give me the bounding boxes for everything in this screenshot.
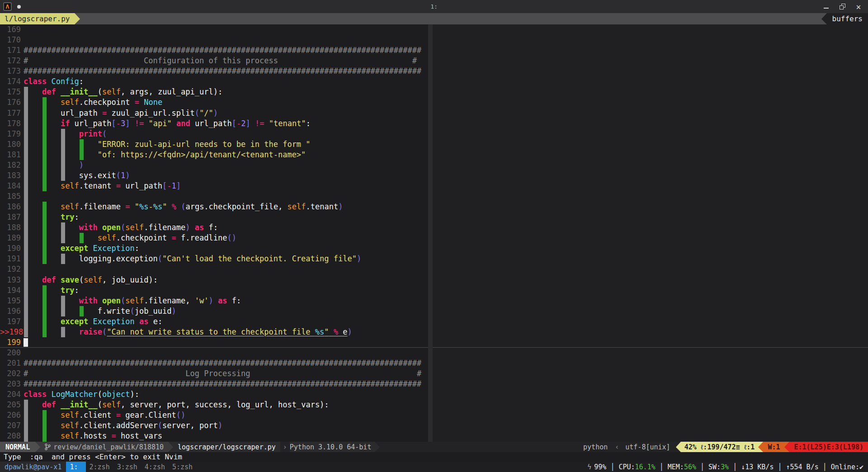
window-separator[interactable]: [428, 24, 433, 442]
code-line: 169: [0, 24, 428, 35]
code-text: ########################################…: [24, 66, 421, 76]
line-number: 204: [0, 389, 24, 400]
tmux-window-list: 1: 2:zsh 3:zsh 4:zsh 5:zsh: [66, 462, 196, 472]
line-number: 195: [0, 296, 24, 306]
code-text: with open(self.filename) as f:: [24, 222, 218, 233]
code-line: 170: [0, 35, 428, 45]
code-line: 207 self.client.addServer(server, port): [0, 420, 428, 431]
code-line: 186 self.filename = "%s-%s" % (args.chec…: [0, 202, 428, 212]
code-line: 203#####################################…: [0, 379, 428, 389]
powerline-separator: [35, 442, 40, 452]
git-branch: review/daniel_pawlik/818810: [40, 442, 168, 452]
window-controls: ×: [823, 4, 868, 10]
mem-value: 56%: [684, 463, 696, 471]
code-line: 190 except Exception:: [0, 243, 428, 254]
python-interpreter: Python 3.10.0 64-bit: [290, 442, 375, 452]
code-text: print(: [24, 129, 107, 139]
swap-label: SW:: [708, 463, 721, 471]
code-line: 191 logging.exception("Can't load the ch…: [0, 254, 428, 264]
online-check-icon: ✔: [859, 463, 863, 471]
code-pane[interactable]: 169170171###############################…: [0, 24, 428, 442]
code-text: "ERROR: zuul-api-url needs to be in the …: [24, 139, 311, 150]
code-line: 189 self.checkpoint = f.readline(): [0, 233, 428, 243]
code-text: if url_path[-3] != "api" and url_path[-2…: [24, 118, 311, 129]
line-number: 186: [0, 202, 24, 212]
code-line: 205 def __init__(self, server, port, suc…: [0, 400, 428, 410]
tmux-session-host: dpawlik@pav-x1: [0, 462, 66, 472]
close-button[interactable]: ×: [855, 4, 862, 10]
line-number: 174: [0, 76, 24, 87]
tmux-statusbar: dpawlik@pav-x1 1: 2:zsh 3:zsh 4:zsh 5:zs…: [0, 462, 868, 472]
code-line: 193 def save(self, job_uuid):: [0, 275, 428, 285]
upload-rate: ↑554 B/s: [786, 463, 818, 471]
empty-pane[interactable]: [433, 24, 868, 442]
line-number: 200: [0, 348, 24, 358]
line-number: 203: [0, 379, 24, 389]
code-text: self.tenant = url_path[-1]: [24, 181, 181, 191]
battery-icon: ϟ: [587, 463, 594, 471]
line-number: 184: [0, 181, 24, 191]
line-number: 173: [0, 66, 24, 76]
thin-separator-icon: ‹: [612, 442, 622, 452]
tabline-filler: [80, 13, 821, 24]
code-line: 173#####################################…: [0, 66, 428, 76]
tmux-window-3[interactable]: 3:zsh: [113, 462, 141, 472]
code-line: 180 "ERROR: zuul-api-url needs to be in …: [0, 139, 428, 150]
tmux-window-1[interactable]: 1:: [66, 462, 85, 472]
tmux-window-4[interactable]: 4:zsh: [141, 462, 169, 472]
code-text: f.write(job_uuid): [24, 306, 176, 316]
file-path: logscraper/logscraper.py: [173, 442, 280, 452]
code-line: 196 f.write(job_uuid): [0, 306, 428, 316]
code-line: 192: [0, 264, 428, 274]
cursorline-rule-right: [433, 347, 868, 348]
line-number: >>198: [0, 327, 24, 337]
line-number: 208: [0, 431, 24, 441]
line-number: 175: [0, 87, 24, 97]
cpu-label: CPU:: [618, 463, 635, 471]
stat-divider: │: [656, 463, 668, 471]
vim-tabline: l/logscraper.py buffers: [0, 13, 868, 24]
line-number: 192: [0, 264, 24, 274]
code-line: 188 with open(self.filename) as f:: [0, 222, 428, 233]
buffers-label: buffers: [827, 13, 868, 24]
tmux-window-2[interactable]: 2:zsh: [86, 462, 113, 472]
editor-area: 169170171###############################…: [0, 24, 868, 442]
git-branch-name: review/daniel_pawlik/818810: [53, 443, 164, 451]
line-number: 201: [0, 358, 24, 368]
window-titlebar: Λ 1: ×: [0, 0, 868, 13]
code-line: 208 self.hosts = host_vars: [0, 431, 428, 441]
code-line: 183 sys.exit(1): [0, 170, 428, 181]
tmux-window-5[interactable]: 5:zsh: [169, 462, 196, 472]
line-number: 188: [0, 222, 24, 233]
restore-button[interactable]: [839, 4, 845, 10]
code-text: # Log Processing #: [24, 368, 421, 379]
code-text: # Configuration of this process #: [24, 56, 417, 66]
code-text: class LogMatcher(object):: [24, 389, 139, 400]
code-line: 206 self.client = gear.Client(): [0, 410, 428, 420]
code-line: 177 url_path = zuul_api_url.split("/"): [0, 108, 428, 118]
powerline-separator: [168, 442, 173, 452]
line-number: 196: [0, 306, 24, 316]
statusline-filler: [380, 442, 579, 452]
code-line: 200: [0, 348, 428, 358]
code-text: ########################################…: [24, 379, 421, 389]
stat-divider: │: [729, 463, 741, 471]
code-line: 174class Config:: [0, 76, 428, 87]
line-number: 191: [0, 254, 24, 264]
line-number: 182: [0, 160, 24, 170]
minimize-button[interactable]: [823, 4, 829, 10]
online-label: Online:: [831, 463, 859, 471]
powerline-separator: [676, 442, 681, 452]
tab-logscraper[interactable]: l/logscraper.py: [0, 13, 75, 24]
code-text: except Exception:: [24, 243, 139, 254]
code-text: ): [24, 160, 84, 170]
line-number: 185: [0, 191, 24, 202]
code-text: self.client.addServer(server, port): [24, 420, 222, 431]
code-text: self.checkpoint = None: [24, 97, 162, 108]
cursor-position: 42% ℓ:199/472≡ ℓ:1: [681, 442, 759, 452]
stat-divider: │: [819, 463, 831, 471]
download-rate: ↓13 KB/s: [741, 463, 774, 471]
code-line: 201#####################################…: [0, 358, 428, 368]
code-line: 197 except Exception as e:: [0, 316, 428, 327]
code-line: 175 def __init__(self, args, zuul_api_ur…: [0, 87, 428, 97]
